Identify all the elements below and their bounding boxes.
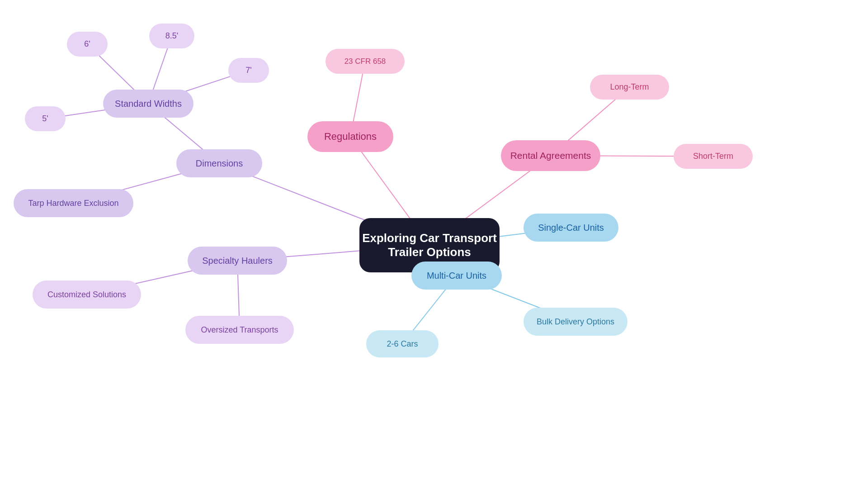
node-dimensions: Dimensions [176, 149, 262, 177]
node-standard-widths: Standard Widths [103, 90, 193, 118]
node-multi-car: Multi-Car Units [411, 262, 502, 290]
node-regulations: Regulations [307, 121, 393, 152]
node-bulk-delivery: Bulk Delivery Options [524, 308, 627, 336]
center-label: Exploring Car Transport Trailer Options [359, 231, 500, 259]
node-7ft: 7' [228, 58, 269, 83]
node-85ft: 8.5' [149, 24, 194, 48]
node-single-car: Single-Car Units [524, 214, 618, 242]
node-rental-agreements: Rental Agreements [501, 140, 600, 171]
node-5ft: 5' [25, 106, 66, 131]
node-6ft: 6' [67, 32, 108, 57]
node-tarp-hardware: Tarp Hardware Exclusion [14, 189, 133, 217]
node-customized-solutions: Customized Solutions [33, 281, 141, 309]
node-short-term: Short-Term [674, 144, 753, 169]
node-long-term: Long-Term [590, 75, 669, 100]
node-cfr658: 23 CFR 658 [326, 49, 405, 74]
node-oversized-transports: Oversized Transports [185, 316, 294, 344]
node-2-6-cars: 2-6 Cars [366, 330, 439, 357]
node-specialty-haulers: Specialty Haulers [188, 247, 287, 275]
